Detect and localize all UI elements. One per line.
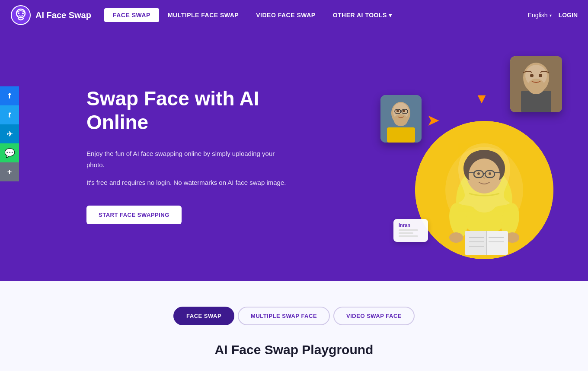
hero-title: Swap Face with AI Online — [86, 87, 294, 134]
portrait-card — [510, 56, 562, 112]
svg-point-16 — [396, 110, 399, 112]
nav-right: English ▾ LOGIN — [528, 12, 578, 19]
facebook-icon: f — [8, 92, 11, 101]
svg-point-0 — [11, 6, 30, 25]
telegram-icon: ✈ — [7, 130, 13, 138]
profile-line-2 — [399, 232, 413, 234]
svg-point-8 — [527, 79, 545, 94]
portrait-face-image — [510, 56, 562, 112]
snapchat-ghost-icon — [441, 135, 527, 221]
tab-face-swap[interactable]: FACE SWAP — [173, 307, 234, 325]
whatsapp-share-button[interactable]: 💬 — [0, 143, 19, 162]
main-circle-content — [415, 121, 553, 259]
telegram-share-button[interactable]: ✈ — [0, 124, 19, 143]
hero-content: Swap Face with AI Online Enjoy the fun o… — [86, 87, 294, 224]
hero-section: Swap Face with AI Online Enjoy the fun o… — [0, 30, 588, 281]
profile-name-label: Inran — [399, 222, 423, 228]
tab-row: FACE SWAP MULTIPLE SWAP FACE VIDEO SWAP … — [173, 307, 415, 325]
arrow-right-icon: ➤ — [427, 112, 439, 129]
lower-section: FACE SWAP MULTIPLE SWAP FACE VIDEO SWAP … — [0, 281, 588, 371]
twitter-icon: t — [8, 111, 11, 120]
arrow-down-icon: ▼ — [475, 91, 489, 107]
facebook-share-button[interactable]: f — [0, 86, 19, 105]
profile-line-1 — [399, 229, 418, 231]
nav-other-ai-tools[interactable]: OTHER AI TOOLS — [324, 8, 401, 22]
share-icon: + — [7, 168, 12, 177]
language-selector[interactable]: English ▾ — [528, 12, 552, 19]
social-sidebar: f t ✈ 💬 + — [0, 86, 19, 181]
lang-chevron-icon: ▾ — [550, 13, 552, 18]
hero-illustration: ➤ ▼ — [380, 52, 562, 259]
hero-description-2: It's free and requires no login. No wate… — [86, 177, 294, 188]
twitter-share-button[interactable]: t — [0, 105, 19, 124]
logo-icon — [10, 5, 31, 25]
svg-rect-21 — [387, 127, 415, 143]
nav-links: FACE SWAP MULTIPLE FACE SWAP VIDEO FACE … — [104, 8, 400, 22]
tab-video-swap-face[interactable]: VIDEO SWAP FACE — [333, 307, 415, 325]
svg-point-15 — [394, 114, 408, 126]
tab-multiple-swap-face[interactable]: MULTIPLE SWAP FACE — [238, 307, 330, 325]
logo-link[interactable]: AI Face Swap — [10, 5, 91, 25]
svg-point-17 — [403, 110, 405, 112]
svg-point-9 — [530, 74, 534, 77]
share-button[interactable]: + — [0, 162, 19, 181]
nav-multiple-face-swap[interactable]: MULTIPLE FACE SWAP — [159, 8, 247, 22]
svg-point-2 — [18, 13, 19, 14]
portrait-svg — [510, 56, 562, 112]
navbar: AI Face Swap FACE SWAP MULTIPLE FACE SWA… — [0, 0, 588, 30]
logo-text: AI Face Swap — [35, 10, 91, 20]
whatsapp-icon: 💬 — [4, 148, 15, 158]
profile-line-3 — [399, 235, 418, 237]
svg-point-3 — [22, 13, 24, 14]
nav-face-swap[interactable]: FACE SWAP — [104, 8, 159, 22]
source-svg — [380, 95, 422, 143]
svg-rect-42 — [465, 231, 486, 255]
playground-title: AI Face Swap Playground — [215, 342, 374, 357]
hero-description-1: Enjoy the fun of AI face swapping online… — [86, 148, 294, 170]
profile-overlay-card: Inran — [393, 219, 428, 242]
login-button[interactable]: LOGIN — [559, 12, 578, 19]
chevron-down-icon — [389, 12, 392, 19]
start-face-swapping-button[interactable]: START FACE SWAPPING — [86, 206, 182, 224]
source-card — [380, 95, 422, 143]
main-result-circle — [415, 121, 553, 259]
svg-point-10 — [539, 74, 542, 77]
svg-point-39 — [449, 232, 463, 243]
nav-video-face-swap[interactable]: VIDEO FACE SWAP — [247, 8, 324, 22]
